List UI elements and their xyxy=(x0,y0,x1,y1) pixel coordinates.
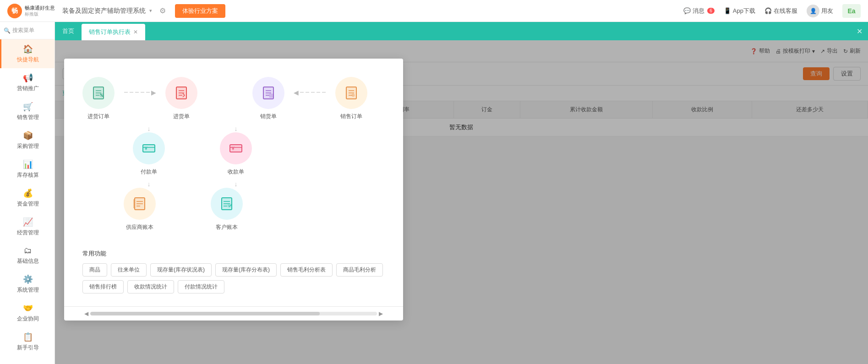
sidebar-item-guide[interactable]: 📋 新手引导 xyxy=(0,327,55,356)
cart-icon: 🛒 xyxy=(23,102,33,112)
settings-icon[interactable]: ⚙ xyxy=(159,6,166,15)
flow-row-2: ¥ 付款单 xyxy=(82,132,385,176)
modal-box: 进货订单 ▶ xyxy=(64,59,403,321)
headset-icon: 🎧 xyxy=(764,7,772,14)
message-icon: 💬 xyxy=(683,7,691,14)
modal-scrollbar: ◀ ▶ xyxy=(64,306,403,321)
tab-bar-close-icon[interactable]: ✕ xyxy=(857,27,863,36)
tab-bar: 首页 销售订单执行表 ✕ ✕ xyxy=(55,22,868,40)
logo-area: 畅 畅康通好生意 标推版 xyxy=(7,4,62,18)
app-download-action[interactable]: 📱 App下载 xyxy=(724,7,755,15)
folder-icon: 🗂 xyxy=(24,246,32,255)
btn-payment-stat[interactable]: 付款情况统计 xyxy=(178,280,224,293)
trending-icon: 📈 xyxy=(23,217,33,227)
sidebar-item-sales[interactable]: 🛒 销售管理 xyxy=(0,97,55,126)
purchase-bill-label: 进货单 xyxy=(173,113,190,120)
purchase-order-label: 进货订单 xyxy=(87,113,109,120)
megaphone-icon: 📢 xyxy=(23,73,33,83)
money-icon: 💰 xyxy=(23,188,33,198)
sidebar-item-finance[interactable]: 💰 资金管理 xyxy=(0,184,55,212)
message-badge: 6 xyxy=(707,8,715,14)
flow-node-purchase-order[interactable]: 进货订单 xyxy=(82,77,115,120)
btn-counterparty[interactable]: 往来单位 xyxy=(111,263,147,277)
system-dropdown-arrow[interactable]: ▾ xyxy=(149,8,152,14)
supplier-ledger-circle[interactable] xyxy=(124,188,156,220)
sales-order-circle[interactable] xyxy=(335,77,367,109)
btn-stock-dist[interactable]: 现存量(库存分布表) xyxy=(215,263,277,277)
tab-home[interactable]: 首页 xyxy=(55,22,82,40)
customer-ledger-circle[interactable] xyxy=(211,188,243,220)
chart-icon: 📊 xyxy=(23,159,33,169)
scroll-thumb xyxy=(90,312,320,315)
content-area: ❓ 帮助 🖨 按模板打印 ▾ ↗ 导出 ↻ 刷新 xyxy=(55,40,868,364)
common-functions-section: 常用功能 商品 往来单位 现存量(库存状况表) 现存量(库存分布表) 销售毛利分… xyxy=(64,245,403,306)
scroll-track[interactable] xyxy=(90,312,377,315)
sales-bill-circle[interactable] xyxy=(252,77,284,109)
flow-node-customer-ledger[interactable]: 客户账本 xyxy=(211,188,243,231)
sidebar: 🔍 搜索菜单 🏠 快捷导航 📢 营销推广 🛒 销售管理 📦 采购管理 📊 库存核… xyxy=(0,22,55,364)
purchase-bill-circle[interactable] xyxy=(165,77,197,109)
btn-goods[interactable]: 商品 xyxy=(82,263,107,277)
svg-rect-36 xyxy=(133,199,135,208)
phone-icon: 📱 xyxy=(724,7,731,14)
sidebar-item-operation[interactable]: 📈 经营管理 xyxy=(0,212,55,241)
flow-node-payment-bill[interactable]: ¥ 付款单 xyxy=(133,132,165,176)
scroll-left-icon[interactable]: ◀ xyxy=(82,310,90,317)
message-action[interactable]: 💬 消息 6 xyxy=(683,7,715,15)
sidebar-item-inventory[interactable]: 📊 库存核算 xyxy=(0,155,55,184)
sidebar-item-purchase[interactable]: 📦 采购管理 xyxy=(0,126,55,155)
svg-text:¥: ¥ xyxy=(144,146,147,151)
purchase-order-circle[interactable] xyxy=(82,77,115,109)
payment-bill-circle[interactable]: ¥ xyxy=(133,132,165,164)
btn-sales-rank[interactable]: 销售排行榜 xyxy=(82,280,124,293)
flow-node-receipt-bill[interactable]: ¥ 收款单 xyxy=(220,132,252,176)
scroll-right-icon[interactable]: ▶ xyxy=(377,310,385,317)
flow-node-sales-order[interactable]: 销售订单 xyxy=(335,77,367,120)
flow-row-3: 供应商账本 xyxy=(82,188,385,231)
flow-node-supplier-ledger[interactable]: 供应商账本 xyxy=(124,188,156,231)
home-icon: 🏠 xyxy=(23,44,33,54)
btn-receipt-stat[interactable]: 收款情况统计 xyxy=(127,280,174,293)
common-functions-title: 常用功能 xyxy=(82,250,385,258)
online-service-action[interactable]: 🎧 在线客服 xyxy=(764,7,797,15)
sidebar-item-quick-nav[interactable]: 🏠 快捷导航 xyxy=(0,39,55,68)
sidebar-search[interactable]: 🔍 搜索菜单 xyxy=(0,22,55,39)
flow-area: 进货订单 ▶ xyxy=(64,59,403,245)
sidebar-item-basic[interactable]: 🗂 基础信息 xyxy=(0,241,55,270)
svg-point-22 xyxy=(352,94,355,97)
arrow-row2-down: ↓ ↓ xyxy=(82,180,385,188)
arrow-purchase-order-to-bill: ▶ xyxy=(124,89,156,96)
sidebar-item-system[interactable]: ⚙️ 系统管理 xyxy=(0,270,55,299)
modal-overlay[interactable]: 进货订单 ▶ xyxy=(55,40,868,364)
arrow-row-down: ↓ ↓ xyxy=(82,125,385,132)
flow-node-purchase-bill[interactable]: 进货单 xyxy=(165,77,197,120)
user-action[interactable]: 👤 用友 xyxy=(807,5,833,17)
customer-ledger-label: 客户账本 xyxy=(216,223,238,231)
tab-close-icon[interactable]: ✕ xyxy=(133,29,138,35)
receipt-bill-circle[interactable]: ¥ xyxy=(220,132,252,164)
sales-bill-label: 销货单 xyxy=(260,113,277,120)
experience-btn[interactable]: 体验行业方案 xyxy=(175,4,225,18)
sales-order-label: 销售订单 xyxy=(340,113,362,120)
payment-bill-label: 付款单 xyxy=(141,168,157,176)
main-content: 首页 销售订单执行表 ✕ ✕ ❓ 帮助 🖨 按模板打印 ▾ ↗ xyxy=(55,22,868,364)
common-btns-row1: 商品 往来单位 现存量(库存状况表) 现存量(库存分布表) 销售毛利分析表 商品… xyxy=(82,263,385,277)
header-right: 💬 消息 6 📱 App下载 🎧 在线客服 👤 用友 Ea xyxy=(683,4,861,18)
sidebar-item-marketing[interactable]: 📢 营销推广 xyxy=(0,68,55,97)
flow-row-1: 进货订单 ▶ xyxy=(82,77,385,120)
handshake-icon: 🤝 xyxy=(23,303,33,313)
box-icon: 📦 xyxy=(23,130,33,141)
btn-sales-profit[interactable]: 销售毛利分析表 xyxy=(280,263,333,277)
system-title-text: 装备及固定资产辅助管理系统 xyxy=(62,7,146,15)
svg-rect-16 xyxy=(269,94,273,98)
flow-node-sales-bill[interactable]: 销货单 xyxy=(252,77,284,120)
receipt-bill-label: 收款单 xyxy=(228,168,244,176)
logo-icon: 畅 xyxy=(7,4,22,18)
ea-avatar[interactable]: Ea xyxy=(842,4,861,18)
avatar: 👤 xyxy=(807,5,819,17)
tab-sales-order[interactable]: 销售订单执行表 ✕ xyxy=(82,24,145,40)
logo-text: 畅康通好生意 标推版 xyxy=(25,5,55,17)
btn-stock-status[interactable]: 现存量(库存状况表) xyxy=(150,263,212,277)
sidebar-item-enterprise[interactable]: 🤝 企业协同 xyxy=(0,299,55,327)
btn-goods-profit[interactable]: 商品毛利分析 xyxy=(336,263,383,277)
